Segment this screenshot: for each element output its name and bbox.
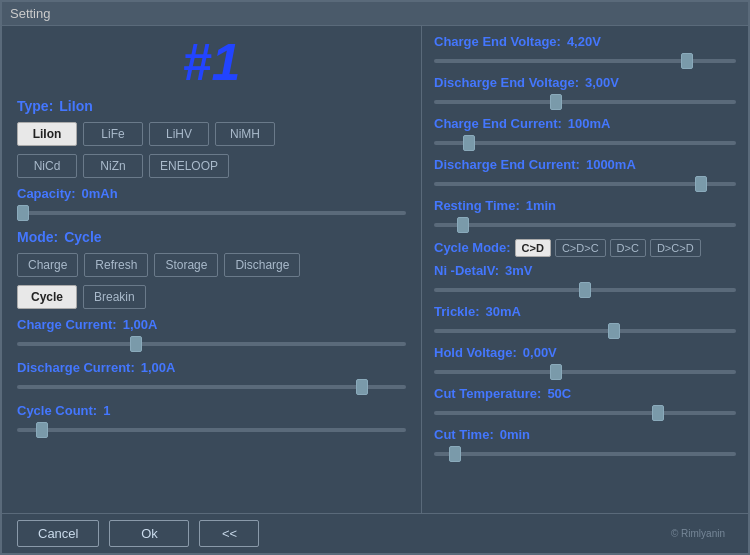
type-btn-nicd[interactable]: NiCd [17,154,77,178]
trickle-section: Trickle: 30mA [434,304,736,339]
left-panel: #1 Type: LiIon LiIon LiFe LiHV NiMH NiCd… [2,26,422,513]
mode-label: Mode: [17,229,58,245]
mode-btn-refresh[interactable]: Refresh [84,253,148,277]
cycle-mode-label: Cycle Mode: [434,240,511,255]
mode-btn-charge[interactable]: Charge [17,253,78,277]
channel-number: #1 [17,36,406,88]
type-row: Type: LiIon [17,98,406,114]
discharge-end-voltage-value: 3,00V [585,75,619,90]
capacity-value: 0mAh [82,186,118,201]
discharge-current-section: Discharge Current: 1,00A [17,360,406,395]
discharge-end-current-slider[interactable] [434,176,736,192]
cycle-mode-row: Cycle Mode: C>D C>D>C D>C D>C>D [434,239,736,257]
back-button[interactable]: << [199,520,259,547]
cut-temperature-section: Cut Temperature: 50C [434,386,736,421]
discharge-end-voltage-slider[interactable] [434,94,736,110]
cycle-mode-btn-cd[interactable]: C>D [515,239,551,257]
discharge-current-slider[interactable] [17,379,406,395]
hold-voltage-section: Hold Voltage: 0,00V [434,345,736,380]
mode-button-group2: Cycle Breakin [17,285,406,309]
cancel-button[interactable]: Cancel [17,520,99,547]
charge-end-current-value: 100mA [568,116,611,131]
cut-time-value: 0min [500,427,530,442]
discharge-current-label: Discharge Current: [17,360,135,375]
mode-btn-discharge[interactable]: Discharge [224,253,300,277]
type-button-group2: NiCd NiZn ENELOOP [17,154,406,178]
ok-button[interactable]: Ok [109,520,189,547]
capacity-slider-section: Capacity: 0mAh [17,186,406,221]
discharge-end-current-label: Discharge End Current: [434,157,580,172]
ni-delta-slider[interactable] [434,282,736,298]
resting-time-slider[interactable] [434,217,736,233]
ni-delta-value: 3mV [505,263,532,278]
charge-current-label: Charge Current: [17,317,117,332]
footer: Cancel Ok << © Rimlyanin [2,513,748,553]
type-btn-nimh[interactable]: NiMH [215,122,275,146]
charge-end-voltage-section: Charge End Voltage: 4,20V [434,34,736,69]
copyright-text: © Rimlyanin [663,526,733,541]
discharge-end-voltage-section: Discharge End Voltage: 3,00V [434,75,736,110]
type-btn-eneloop[interactable]: ENELOOP [149,154,229,178]
mode-value: Cycle [64,229,101,245]
cycle-mode-btn-cdc[interactable]: C>D>C [555,239,606,257]
settings-window: Setting #1 Type: LiIon LiIon LiFe LiHV N… [0,0,750,555]
resting-time-label: Resting Time: [434,198,520,213]
type-btn-nizn[interactable]: NiZn [83,154,143,178]
type-label: Type: [17,98,53,114]
mode-btn-storage[interactable]: Storage [154,253,218,277]
hold-voltage-slider[interactable] [434,364,736,380]
capacity-slider[interactable] [17,205,406,221]
type-btn-lihv[interactable]: LiHV [149,122,209,146]
cycle-mode-buttons: C>D C>D>C D>C D>C>D [515,239,701,257]
charge-current-value: 1,00A [123,317,158,332]
charge-end-voltage-value: 4,20V [567,34,601,49]
type-value: LiIon [59,98,92,114]
discharge-end-current-value: 1000mA [586,157,636,172]
type-button-group: LiIon LiFe LiHV NiMH [17,122,406,146]
resting-time-value: 1min [526,198,556,213]
discharge-end-voltage-label: Discharge End Voltage: [434,75,579,90]
hold-voltage-value: 0,00V [523,345,557,360]
cut-time-slider[interactable] [434,446,736,462]
cut-temperature-value: 50C [547,386,571,401]
hold-voltage-label: Hold Voltage: [434,345,517,360]
ni-delta-section: Ni -DetalV: 3mV [434,263,736,298]
mode-btn-breakin[interactable]: Breakin [83,285,146,309]
resting-time-section: Resting Time: 1min [434,198,736,233]
right-panel: Charge End Voltage: 4,20V Discharge End … [422,26,748,513]
trickle-label: Trickle: [434,304,480,319]
type-btn-life[interactable]: LiFe [83,122,143,146]
trickle-slider[interactable] [434,323,736,339]
title-bar: Setting [2,2,748,26]
discharge-current-value: 1,00A [141,360,176,375]
mode-button-group1: Charge Refresh Storage Discharge [17,253,406,277]
cycle-mode-btn-dc[interactable]: D>C [610,239,646,257]
type-btn-liion[interactable]: LiIon [17,122,77,146]
cycle-count-section: Cycle Count: 1 [17,403,406,438]
discharge-end-current-section: Discharge End Current: 1000mA [434,157,736,192]
mode-btn-cycle[interactable]: Cycle [17,285,77,309]
cut-temperature-label: Cut Temperature: [434,386,541,401]
cut-temperature-slider[interactable] [434,405,736,421]
cycle-count-value: 1 [103,403,110,418]
charge-end-current-label: Charge End Current: [434,116,562,131]
capacity-label: Capacity: [17,186,76,201]
charge-current-slider[interactable] [17,336,406,352]
trickle-value: 30mA [486,304,521,319]
charge-end-voltage-label: Charge End Voltage: [434,34,561,49]
charge-end-current-slider[interactable] [434,135,736,151]
cycle-count-label: Cycle Count: [17,403,97,418]
window-title: Setting [10,6,50,21]
cycle-count-slider[interactable] [17,422,406,438]
cut-time-label: Cut Time: [434,427,494,442]
mode-row: Mode: Cycle [17,229,406,245]
charge-end-voltage-slider[interactable] [434,53,736,69]
charge-current-section: Charge Current: 1,00A [17,317,406,352]
cycle-mode-btn-dcd[interactable]: D>C>D [650,239,701,257]
charge-end-current-section: Charge End Current: 100mA [434,116,736,151]
ni-delta-label: Ni -DetalV: [434,263,499,278]
cut-time-section: Cut Time: 0min [434,427,736,462]
content-area: #1 Type: LiIon LiIon LiFe LiHV NiMH NiCd… [2,26,748,513]
